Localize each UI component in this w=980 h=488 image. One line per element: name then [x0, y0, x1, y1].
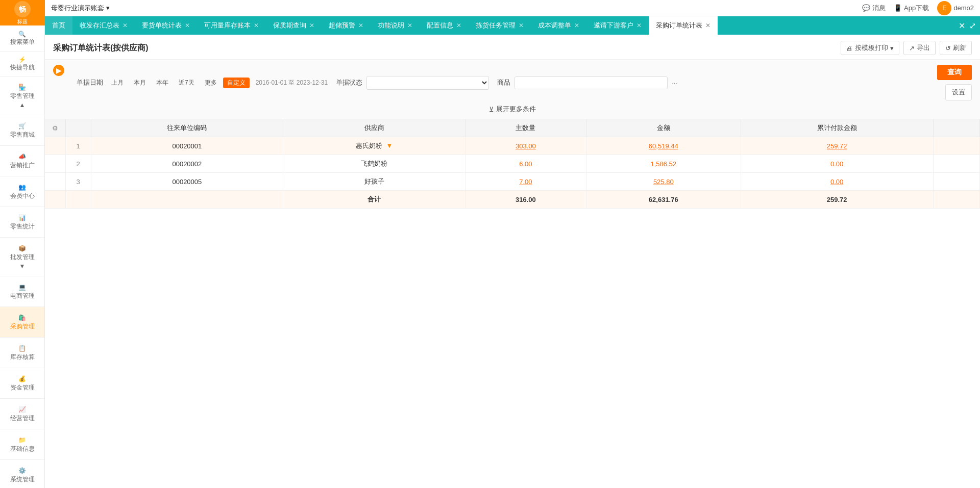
tab-cost-label: 成本调整单	[538, 21, 571, 30]
footer-extra	[933, 191, 979, 209]
footer-gear	[45, 191, 65, 209]
print-btn[interactable]: 🖨 按模板打印 ▾	[841, 41, 899, 55]
tab-available-stock-close[interactable]: ✕	[254, 22, 259, 29]
app-download-btn[interactable]: 📱 App下载	[894, 4, 929, 13]
sidebar-item-ecommerce[interactable]: 💻 电商管理	[0, 276, 44, 307]
sidebar-item-marketing[interactable]: 📣 营销推广	[0, 146, 44, 176]
tab-invite-close[interactable]: ✕	[636, 22, 642, 29]
table-row: 1 00020001 惠氏奶粉 ▼ 303.00 60,519.44 259.7…	[45, 137, 980, 155]
tab-expiry-query-close[interactable]: ✕	[309, 22, 314, 29]
shortcut-this-year[interactable]: 本年	[152, 78, 173, 88]
query-btn[interactable]: 查询	[937, 65, 972, 80]
tab-config-close[interactable]: ✕	[456, 22, 461, 29]
row1-qty-link[interactable]: 303.00	[516, 142, 536, 150]
tab-order-stats-close[interactable]: ✕	[185, 22, 190, 29]
shortcut-this-month[interactable]: 本月	[130, 78, 150, 88]
status-select[interactable]	[366, 76, 489, 90]
expand-icon: ⊻	[489, 106, 494, 113]
export-btn[interactable]: ↗ 导出	[903, 41, 936, 55]
tab-func-desc-label: 功能说明	[378, 21, 404, 30]
goods-more-btn[interactable]: ···	[672, 79, 677, 87]
user-menu[interactable]: E demo2	[937, 1, 974, 15]
table-row: 2 00020002 飞鹤奶粉 6.00 1,586.52 0.00	[45, 155, 980, 173]
data-table: ⚙ 往来单位编码 供应商 主数量 金额 累计付款金额 1	[45, 119, 980, 209]
row1-amount: 60,519.44	[586, 137, 741, 155]
sidebar-item-retail-mall[interactable]: 🛒 零售商城	[0, 115, 44, 146]
filter-expand-toggle[interactable]: ▶	[53, 65, 64, 76]
footer-amount: 62,631.76	[586, 191, 741, 209]
close-all-tabs-btn[interactable]: ✕	[959, 21, 965, 31]
tab-func-desc-close[interactable]: ✕	[407, 22, 412, 29]
row2-supplier-name: 飞鹤奶粉	[283, 155, 465, 173]
tab-config-label: 配置信息	[427, 21, 453, 30]
sidebar-item-retail-stats[interactable]: 📊 零售统计	[0, 207, 44, 238]
th-amount: 金额	[586, 119, 741, 137]
maximize-btn[interactable]: ⤢	[969, 21, 976, 31]
shortcut-last-month[interactable]: 上月	[107, 78, 128, 88]
print-dropdown-arrow[interactable]: ▾	[890, 44, 894, 52]
tab-collect-send-label: 收发存汇总表	[80, 21, 119, 30]
row1-expand-icon[interactable]: ▼	[386, 142, 393, 149]
sidebar-item-sys-mgmt[interactable]: ⚙️ 系统管理	[0, 460, 44, 488]
download-icon: 📱	[894, 4, 902, 12]
message-btn[interactable]: 💬 消息	[862, 4, 886, 13]
sidebar-item-inventory[interactable]: 📋 库存核算	[0, 338, 44, 368]
row3-paid-link[interactable]: 0.00	[830, 178, 843, 186]
row3-amount-link[interactable]: 525.80	[653, 178, 674, 186]
tab-cost-close[interactable]: ✕	[574, 22, 579, 29]
tab-overstock-label: 超储预警	[329, 21, 355, 30]
row2-paid-link[interactable]: 0.00	[830, 160, 843, 168]
table-row: 3 00020005 好孩子 7.00 525.80 0.00	[45, 173, 980, 191]
sidebar-item-finance[interactable]: 💰 资金管理	[0, 368, 44, 399]
shortcut-more[interactable]: 更多	[201, 78, 221, 88]
tab-invite-downstream[interactable]: 邀请下游客户 ✕	[586, 16, 649, 35]
sidebar-item-quick-nav[interactable]: ⚡ 快捷导航	[0, 52, 44, 76]
tab-collect-send[interactable]: 收发存汇总表 ✕	[72, 16, 135, 35]
tab-purchase-stats-close[interactable]: ✕	[705, 22, 710, 29]
row2-qty-link[interactable]: 6.00	[519, 160, 532, 168]
tab-home[interactable]: 首页	[45, 16, 72, 35]
row1-extra	[933, 137, 979, 155]
filter-action-btns: 查询 设置	[937, 65, 972, 100]
row3-qty-link[interactable]: 7.00	[519, 178, 532, 186]
expand-more-btn[interactable]: ⊻ 展开更多条件	[489, 105, 536, 114]
sidebar-item-operations[interactable]: 📈 经营管理	[0, 399, 44, 429]
sidebar-item-member[interactable]: 👥 会员中心	[0, 176, 44, 207]
tab-collect-send-close[interactable]: ✕	[122, 22, 128, 29]
row3-main-qty: 7.00	[465, 173, 586, 191]
tab-pick-task-close[interactable]: ✕	[519, 22, 524, 29]
tab-purchase-stats[interactable]: 采购订单统计表 ✕	[649, 16, 718, 35]
row2-amount-link[interactable]: 1,586.52	[650, 160, 676, 168]
tab-order-stats[interactable]: 要货单统计表 ✕	[135, 16, 197, 35]
row1-supplier-code: 00020001	[91, 137, 283, 155]
row2-amount: 1,586.52	[586, 155, 741, 173]
row1-amount-link[interactable]: 60,519.44	[649, 142, 678, 150]
account-dropdown[interactable]: 母婴行业演示账套 ▾	[51, 4, 110, 13]
sidebar-item-basic-info[interactable]: 📁 基础信息	[0, 429, 44, 460]
goods-input[interactable]	[514, 76, 668, 89]
tab-overstock-close[interactable]: ✕	[358, 22, 363, 29]
refresh-btn[interactable]: ↺ 刷新	[940, 41, 972, 55]
settings-btn[interactable]: 设置	[945, 84, 972, 100]
refresh-icon: ↺	[945, 44, 951, 52]
search-icon: 🔍	[18, 31, 26, 38]
tab-pick-task[interactable]: 拣货任务管理 ✕	[469, 16, 531, 35]
gear-icon[interactable]: ⚙	[52, 124, 58, 132]
sidebar-item-retail-mgmt[interactable]: 🏪 零售管理 ▲	[0, 76, 44, 115]
tab-cost-adjust[interactable]: 成本调整单 ✕	[531, 16, 586, 35]
row2-paid: 0.00	[741, 155, 933, 173]
page-header: 采购订单统计表(按供应商) 🖨 按模板打印 ▾ ↗ 导出 ↺ 刷新	[45, 35, 980, 60]
tab-overstock-alert[interactable]: 超储预警 ✕	[322, 16, 371, 35]
sidebar-item-wholesale-mgmt[interactable]: 📦 批发管理 ▼	[0, 238, 44, 276]
shortcut-7days[interactable]: 近7天	[175, 78, 199, 88]
sidebar-item-purchase-mgmt[interactable]: 🛍️ 采购管理	[0, 307, 44, 338]
sidebar-item-search[interactable]: 🔍 搜索菜单	[0, 25, 44, 52]
tab-config-info[interactable]: 配置信息 ✕	[420, 16, 469, 35]
svg-text:畅: 畅	[19, 5, 26, 13]
custom-date-tag[interactable]: 自定义	[223, 78, 250, 88]
finance-icon: 💰	[18, 375, 26, 382]
tab-available-stock[interactable]: 可用量库存账本 ✕	[197, 16, 266, 35]
row1-paid-link[interactable]: 259.72	[827, 142, 847, 150]
tab-expiry-query[interactable]: 保质期查询 ✕	[266, 16, 322, 35]
tab-func-desc[interactable]: 功能说明 ✕	[371, 16, 420, 35]
